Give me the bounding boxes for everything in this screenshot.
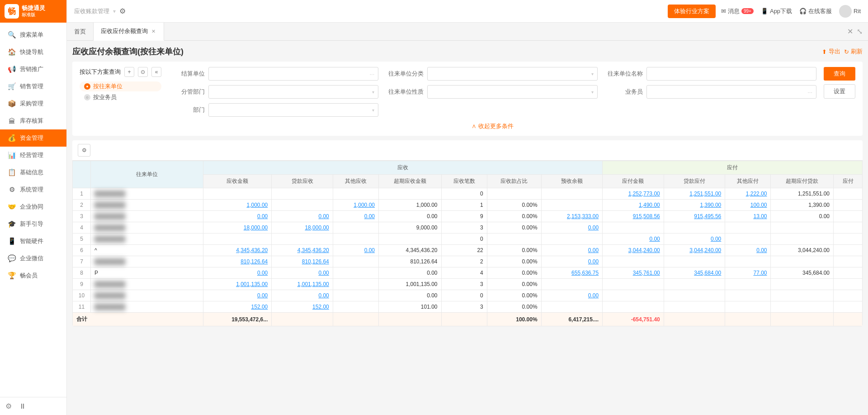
cell-ar-other: 0.00 [333,211,378,222]
cell-ar-amount: 4,345,436.20 [203,245,272,256]
tabbar-expand-btn[interactable]: ⤡ [857,27,863,36]
cell-ap-amount: 1,252,773.00 [603,188,664,200]
filter-settings-btn[interactable]: ⊙ [138,67,148,77]
filter-more-btn[interactable]: ∧ 收起更多条件 [169,120,816,132]
export-icon: ⬆ [822,48,827,55]
dept-input[interactable]: ▾ [208,103,378,117]
sidebar-item-inventory[interactable]: 🏛 库存核算 [0,112,66,129]
table-row: 9 ████████ 1,001,135.00 1,001,135.00 1,0… [73,279,863,290]
cell-ap-col [834,301,863,313]
ap-loan-link[interactable]: 1,251,551.00 [689,191,721,197]
cell-ar-ratio: 0.00% [487,211,541,222]
sidebar-item-member[interactable]: 🏆 畅会员 [0,267,66,284]
sidebar-item-label: 智能硬件 [20,237,43,245]
tab-close-btn[interactable]: ✕ [151,28,156,35]
sidebar-item-search-menu[interactable]: 🔍 搜索菜单 [0,26,66,43]
filter-add-btn[interactable]: + [124,67,134,77]
cell-ap-loan [664,222,725,234]
dept-admin-input[interactable]: ▾ [208,85,378,99]
tabbar-close-btn[interactable]: ✕ [847,27,853,36]
sidebar-item-label: 销售管理 [20,82,43,91]
sidebar-item-quick-nav[interactable]: 🏠 快捷导航 [0,43,66,61]
header-gear-btn[interactable]: ⚙ [119,7,126,15]
sidebar-item-smarthard[interactable]: 📱 智能硬件 [0,233,66,250]
sidebar-item-purchase[interactable]: 📦 采购管理 [0,95,66,112]
header-right: ✉ 消息 99+ 📱 App下载 🎧 在线客服 Rit [721,5,861,18]
filter-header: 按以下方案查询 + ⊙ « [80,67,161,77]
tab-home-label: 首页 [74,28,86,36]
table-scroll-container[interactable]: 往来单位 应收 应付 应收金额 贷款应收 其他应收 超期应收金额 应收笔数 应收… [72,161,863,326]
sidebar-item-wechat[interactable]: 💬 企业微信 [0,250,66,267]
sidebar-item-label: 营销推广 [20,65,43,73]
partner-type-input[interactable]: ▾ [427,67,597,81]
tab-ar-query[interactable]: 应收应付余额查询 ✕ [94,23,164,41]
filter-settings-action-btn[interactable]: 设置 [824,84,855,99]
ap-other-link[interactable]: 1,222.00 [746,191,767,197]
settlement-unit-label: 结算单位 [169,70,205,78]
sidebar-settings-btn[interactable]: ⚙ [5,402,12,410]
dept-label: 部门 [169,106,205,114]
settlement-unit-input[interactable]: ··· [208,67,378,81]
cell-name: ████████ [91,279,203,290]
sidebar-item-enterprise[interactable]: 🤝 企业协同 [0,198,66,215]
sidebar-item-newguide[interactable]: 🎓 新手引导 [0,215,66,233]
cell-ap-loan [664,256,725,267]
sidebar-item-label: 快捷导航 [20,48,43,56]
cell-ar-amount: 1,001,135.00 [203,279,272,290]
cell-ap-amount: 3,044,240.00 [603,245,664,256]
sidebar-item-sysadmin[interactable]: ⚙ 系统管理 [0,181,66,198]
table-footer-row: 合计 19,553,472,6... 100.00% 6,417,215....… [73,313,863,326]
table-row: 8 P 0.00 0.00 0.00 4 0.00% 655,636.75 34… [73,267,863,279]
message-btn[interactable]: ✉ 消息 99+ [721,7,754,15]
partner-name-input[interactable] [646,67,816,81]
partner-nature-input[interactable]: ▾ [427,85,597,99]
scheme-partner[interactable]: ● 按往来单位 [80,81,161,91]
table-row: 11 ████████ 152.00 152.00 101.00 3 0.00% [73,301,863,313]
query-btn[interactable]: 查询 [824,67,855,81]
sidebar-footer: ⚙ ⏸ [0,397,66,415]
scheme-list: ● 按往来单位 ○ 按业务员 [80,81,161,103]
header: 应收账款管理 ▾ ⚙ 体验行业方案 ✉ 消息 99+ 📱 App下载 🎧 在线客… [67,0,868,23]
salesperson-input[interactable]: ··· [646,85,816,99]
cell-ar-loan: 0.00 [272,211,333,222]
cell-ap-loan: 3,044,240.00 [664,245,725,256]
sidebar-item-basicinfo[interactable]: 📋 基础信息 [0,164,66,181]
sidebar-item-finance[interactable]: 💰 资金管理 [0,129,66,147]
sidebar-collapse-btn[interactable]: ⏸ [19,402,26,410]
cell-name: ████████ [91,301,203,313]
cell-ap-amount [603,301,664,313]
cell-ar-count: 2 [441,256,487,267]
filter-dept-admin: 分管部门 ▾ [169,85,378,99]
scheme-active-dot: ● [84,83,90,90]
tab-home[interactable]: 首页 [67,23,94,40]
sidebar-item-marketing[interactable]: 📢 营销推广 [0,61,66,78]
trial-btn[interactable]: 体验行业方案 [668,5,716,18]
cell-seq: 5 [73,234,91,245]
cell-name: ████████ [91,211,203,222]
partner-type-arrow: ▾ [591,72,594,76]
sidebar-item-operations[interactable]: 📊 经营管理 [0,147,66,164]
scheme-salesperson[interactable]: ○ 按业务员 [80,91,161,103]
user-menu[interactable]: Rit [839,5,861,18]
tabbar-right: ✕ ⤡ [842,23,868,40]
ap-amount-link[interactable]: 1,252,773.00 [628,191,660,197]
table-settings-btn[interactable]: ⚙ [78,144,90,157]
cell-ap-col [834,200,863,211]
refresh-icon: ↻ [844,48,849,55]
cell-ar-loan [272,188,333,200]
cell-ap-col [834,290,863,301]
sidebar-item-sales[interactable]: 🛒 销售管理 [0,78,66,95]
cell-ar-other [333,234,378,245]
export-btn[interactable]: ⬆ 导出 [822,48,840,56]
logo-sub: 标准版 [22,12,45,18]
cell-ap-loan [664,279,725,290]
app-download-btn[interactable]: 📱 App下载 [761,7,792,15]
online-service-btn[interactable]: 🎧 在线客服 [799,7,832,15]
cell-ap-loan: 0.00 [664,234,725,245]
filter-collapse-btn[interactable]: « [151,67,161,77]
refresh-btn[interactable]: ↻ 刷新 [844,48,863,56]
sidebar-item-label: 资金管理 [20,134,43,142]
cell-ar-loan: 0.00 [272,290,333,301]
wechat-icon: 💬 [7,254,16,262]
table-row: 2 ████████ 1,000.00 1,000.00 1,000.00 1 … [73,200,863,211]
